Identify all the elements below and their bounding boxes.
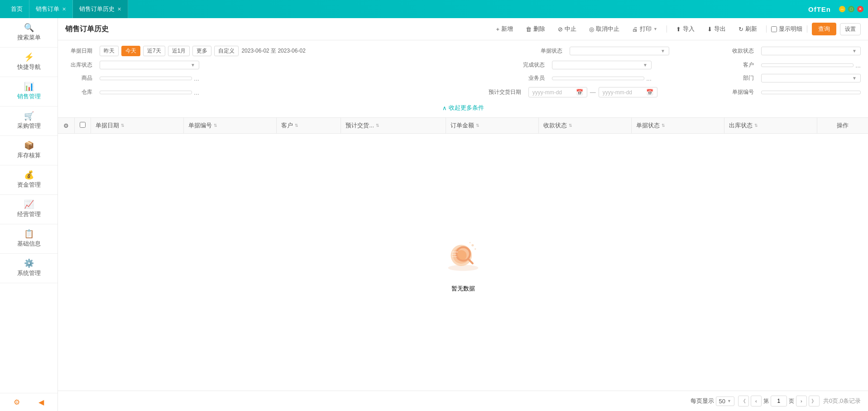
sidebar-item-inventory-check[interactable]: 📦 库存核算	[0, 136, 58, 165]
minimize-button[interactable]: ─	[839, 6, 845, 12]
print-button[interactable]: 🖨 打印 ▼	[628, 23, 662, 35]
display-toggle-label[interactable]: 显示明细	[771, 25, 802, 33]
query-button[interactable]: 查询	[812, 23, 836, 35]
table-settings-icon[interactable]: ⚙	[63, 122, 69, 129]
cancel-stop-button[interactable]: ◎ 取消中止	[585, 23, 624, 35]
sidebar-item-sales-mgmt[interactable]: 📊 销售管理	[0, 77, 58, 106]
new-button[interactable]: + 新增	[491, 23, 518, 35]
sidebar: 🔍 搜索菜单 ⚡ 快捷导航 📊 销售管理 🛒 采购管理 📦 库存核算 💰 资金管…	[0, 18, 58, 411]
collapse-label: 收起更多条件	[449, 104, 484, 112]
th-expected-date[interactable]: 预计交货... ⇅	[341, 118, 446, 134]
last-page-button[interactable]: 》	[809, 396, 820, 406]
select-all-checkbox[interactable]	[80, 122, 86, 128]
tab-sales-order-close[interactable]: ✕	[62, 6, 66, 12]
goods-field: ...	[100, 75, 199, 82]
warehouse-dots-icon[interactable]: ...	[194, 89, 199, 96]
expected-date-to[interactable]: yyyy-mm-dd 📅	[599, 87, 657, 97]
tab-sales-order[interactable]: 销售订单 ✕	[29, 0, 73, 18]
stop-icon: ⊘	[558, 26, 563, 33]
svg-point-7	[475, 248, 476, 249]
sidebar-item-search-menu[interactable]: 🔍 搜索菜单	[0, 18, 58, 48]
filter-row-3: 商品 ... 业务员 ... 部门 ▼	[65, 74, 861, 82]
prev-page-button[interactable]: ‹	[751, 396, 762, 406]
customer-field: ...	[761, 62, 861, 69]
sort-expected-date-icon: ⇅	[376, 123, 379, 128]
date-btn-today[interactable]: 今天	[121, 46, 140, 56]
out-status-select[interactable]: ▼	[100, 61, 199, 69]
bill-status-select[interactable]: ▼	[570, 47, 669, 55]
th-customer[interactable]: 客户 ⇅	[276, 118, 340, 134]
th-date[interactable]: 单据日期 ⇅	[91, 118, 183, 134]
page-size-select: 每页显示 50 ▼	[691, 396, 734, 406]
date-btn-custom[interactable]: 自定义	[214, 46, 239, 56]
import-button[interactable]: ⬆ 导入	[671, 23, 699, 35]
tab-sales-order-history-close[interactable]: ✕	[117, 6, 121, 12]
filter-row-4: 仓库 ... 预计交货日期 yyyy-mm-dd 📅 — yyyy-mm-dd …	[65, 87, 861, 97]
payment-status-select[interactable]: ▼	[761, 47, 861, 55]
department-select[interactable]: ▼	[761, 74, 861, 82]
salesperson-input[interactable]	[552, 77, 644, 80]
customer-input[interactable]	[761, 63, 854, 67]
collapse-row[interactable]: ∧ 收起更多条件	[65, 102, 861, 112]
refresh-button[interactable]: ↻ 刷新	[734, 23, 762, 35]
first-page-button[interactable]: 《	[738, 396, 749, 406]
payment-status-label: 收款状态	[727, 47, 754, 55]
sidebar-item-quick-nav[interactable]: ⚡ 快捷导航	[0, 48, 58, 77]
sidebar-item-system-mgmt[interactable]: ⚙️ 系统管理	[0, 254, 58, 283]
display-toggle-checkbox[interactable]	[771, 26, 777, 32]
th-number[interactable]: 单据编号 ⇅	[183, 118, 276, 134]
th-checkbox[interactable]	[74, 118, 91, 134]
complete-status-arrow-icon: ▼	[643, 63, 647, 68]
sidebar-settings-icon[interactable]: ⚙	[14, 398, 20, 406]
window-controls: ─ □ ✕	[839, 6, 863, 12]
svg-rect-9	[452, 251, 458, 252]
maximize-button[interactable]: □	[848, 6, 854, 12]
th-settings[interactable]: ⚙	[58, 118, 74, 134]
customer-dots-icon[interactable]: ...	[855, 62, 861, 69]
date-btn-1month[interactable]: 近1月	[168, 46, 190, 56]
export-button[interactable]: ⬇ 导出	[703, 23, 730, 35]
next-page-button[interactable]: ›	[796, 396, 807, 406]
department-label: 部门	[727, 74, 754, 82]
sidebar-item-basic-info[interactable]: 📋 基础信息	[0, 224, 58, 254]
goods-dots-icon[interactable]: ...	[194, 75, 199, 82]
tab-sales-order-history[interactable]: 销售订单历史 ✕	[73, 0, 128, 18]
close-button[interactable]: ✕	[857, 6, 863, 12]
expected-date-from[interactable]: yyyy-mm-dd 📅	[528, 87, 587, 97]
th-bill-status[interactable]: 单据状态 ⇅	[631, 118, 724, 134]
page-header: 销售订单历史 + 新增 🗑 删除 ⊘ 中止 ◎ 取消中止	[58, 18, 868, 40]
sidebar-item-purchase-mgmt[interactable]: 🛒 采购管理	[0, 106, 58, 136]
sidebar-bottom: ⚙ ◀	[0, 393, 58, 411]
salesperson-dots-icon[interactable]: ...	[646, 75, 652, 82]
th-payment-status[interactable]: 收款状态 ⇅	[538, 118, 631, 134]
inventory-check-icon: 📦	[24, 141, 34, 150]
table-container: ⚙ 单据日期 ⇅ 单据编号	[58, 118, 868, 391]
sort-amount-icon: ⇅	[476, 123, 480, 128]
warehouse-input[interactable]	[100, 91, 192, 94]
delete-button[interactable]: 🗑 删除	[521, 23, 550, 35]
sidebar-item-operation-mgmt[interactable]: 📈 经营管理	[0, 195, 58, 224]
bill-number-input[interactable]	[761, 91, 861, 94]
sidebar-collapse-icon[interactable]: ◀	[38, 398, 44, 406]
page-number-input[interactable]	[771, 396, 787, 406]
date-btn-yesterday[interactable]: 昨天	[100, 46, 119, 56]
stop-button[interactable]: ⊘ 中止	[553, 23, 581, 35]
th-amount[interactable]: 订单金额 ⇅	[446, 118, 538, 134]
th-out-status[interactable]: 出库状态 ⇅	[724, 118, 817, 134]
quick-nav-icon: ⚡	[24, 53, 34, 61]
sidebar-item-finance-mgmt[interactable]: 💰 资金管理	[0, 165, 58, 195]
tab-home[interactable]: 首页	[5, 0, 29, 18]
svg-rect-10	[452, 254, 456, 255]
date-btn-7days[interactable]: 近7天	[143, 46, 165, 56]
payment-status-arrow-icon: ▼	[852, 48, 857, 53]
data-table: ⚙ 单据日期 ⇅ 单据编号	[58, 118, 868, 134]
goods-input[interactable]	[100, 77, 192, 80]
date-btn-more[interactable]: 更多	[192, 46, 211, 56]
page-size-dropdown[interactable]: 50 ▼	[716, 396, 734, 406]
sort-number-icon: ⇅	[214, 123, 217, 128]
settings-button[interactable]: 设置	[840, 23, 861, 35]
complete-status-select[interactable]: ▼	[552, 61, 652, 69]
expected-date-group: yyyy-mm-dd 📅 — yyyy-mm-dd 📅	[528, 87, 657, 97]
delete-icon: 🗑	[526, 26, 532, 33]
calendar-from-icon: 📅	[576, 89, 583, 96]
